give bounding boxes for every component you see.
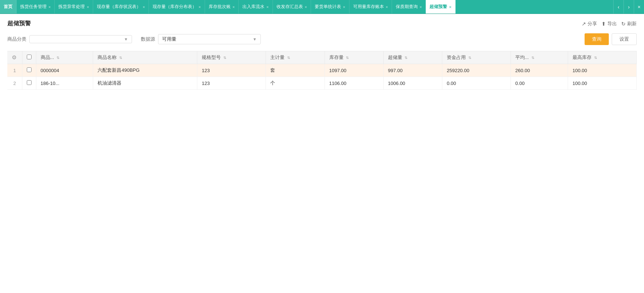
nav-arrow-left[interactable]: ‹	[613, 0, 623, 14]
nav-home[interactable]: 首页	[0, 0, 17, 14]
nav-tab-label: 收发存汇总表	[277, 4, 303, 10]
sort-overstock-icon: ⇅	[405, 56, 407, 60]
share-icon: ↗	[582, 21, 586, 27]
cell-product-code: 0000004	[36, 64, 93, 77]
datasource-label: 数据源	[141, 36, 155, 42]
col-product-code[interactable]: 商品... ⇅	[36, 51, 93, 64]
nav-tab-close-icon[interactable]: ×	[266, 5, 268, 9]
settings-button[interactable]: 设置	[612, 33, 637, 45]
nav-tab-close-icon[interactable]: ×	[449, 5, 451, 9]
category-dropdown-icon: ▼	[124, 37, 128, 41]
nav-tab-close-icon[interactable]: ×	[198, 5, 201, 9]
select-all-checkbox[interactable]	[27, 55, 32, 59]
nav-tab-label: 现存量（库存分布表）	[153, 4, 197, 10]
sort-product-name-icon: ⇅	[119, 56, 122, 60]
col-stock[interactable]: 库存量 ⇅	[325, 51, 383, 64]
page-header: 超储预警 ↗ 分享 ⬆ 导出 ↻ 刷新	[7, 20, 637, 27]
filter-buttons: 查询 设置	[585, 33, 637, 45]
nav-tab-拣货异常处理[interactable]: 拣货异常处理×	[55, 0, 93, 14]
nav-tab-要货单统计表[interactable]: 要货单统计表×	[311, 0, 349, 14]
nav-tab-label: 超储预警	[429, 4, 447, 10]
data-table: ⚙ 商品... ⇅ 商品名称 ⇅ 规格型号 ⇅ 主计量	[7, 51, 637, 90]
sort-capital-icon: ⇅	[468, 56, 471, 60]
nav-tab-label: 可用量库存账本	[353, 4, 384, 10]
sort-spec-icon: ⇅	[223, 56, 226, 60]
col-avg[interactable]: 平均... ⇅	[511, 51, 568, 64]
gear-icon[interactable]: ⚙	[12, 54, 17, 60]
nav-tab-close-icon[interactable]: ×	[343, 5, 345, 9]
nav-tab-拣货任务管理[interactable]: 拣货任务管理×	[17, 0, 55, 14]
cell-spec: 123	[197, 77, 266, 90]
sort-max-stock-icon: ⇅	[594, 56, 597, 60]
table-row: 2 186-10... 机油滤清器 123 个 1106.00 1006.00 …	[7, 77, 637, 90]
row-checkbox-cell[interactable]	[22, 77, 36, 90]
nav-arrow-right[interactable]: ›	[623, 0, 634, 14]
filter-datasource: 数据源 可用量 ▼	[141, 34, 261, 44]
datasource-value: 可用量	[162, 36, 176, 42]
nav-arrows: ‹ › ×	[613, 0, 644, 14]
nav-tab-close-icon[interactable]: ×	[305, 5, 307, 9]
filter-row: 商品分类 ▼ 数据源 可用量 ▼ 查询 设置	[7, 33, 637, 45]
sort-unit-icon: ⇅	[287, 56, 290, 60]
nav-tab-label: 拣货任务管理	[20, 4, 47, 10]
nav-tab-close-icon[interactable]: ×	[143, 5, 145, 9]
page-title: 超储预警	[7, 20, 31, 27]
sort-avg-icon: ⇅	[531, 56, 534, 60]
col-overstock[interactable]: 超储量 ⇅	[383, 51, 442, 64]
row-checkbox[interactable]	[27, 67, 32, 72]
nav-tab-label: 拣货异常处理	[58, 4, 85, 10]
cell-overstock: 997.00	[383, 64, 442, 77]
category-select[interactable]: ▼	[29, 35, 132, 43]
cell-capital: 0.00	[442, 77, 511, 90]
nav-tab-label: 库存批次账	[209, 4, 231, 10]
nav-tab-close-icon[interactable]: ×	[48, 5, 51, 9]
col-product-name[interactable]: 商品名称 ⇅	[93, 51, 197, 64]
sort-product-code-icon: ⇅	[56, 56, 59, 60]
nav-tab-现存量-库存分布表-[interactable]: 现存量（库存分布表）×	[149, 0, 205, 14]
nav-tab-现存量-库存状况表-[interactable]: 现存量（库存状况表）×	[93, 0, 149, 14]
nav-tab-出入库流水[interactable]: 出入库流水×	[239, 0, 272, 14]
col-capital[interactable]: 资金占用 ⇅	[442, 51, 511, 64]
row-checkbox-cell[interactable]	[22, 64, 36, 77]
datasource-select[interactable]: 可用量 ▼	[158, 34, 261, 44]
sort-stock-icon: ⇅	[346, 56, 349, 60]
col-max-stock[interactable]: 最高库存 ⇅	[568, 51, 637, 64]
cell-stock: 1106.00	[325, 77, 383, 90]
row-number: 1	[7, 64, 22, 77]
nav-tab-label: 现存量（库存状况表）	[97, 4, 141, 10]
nav-tab-保质期查询[interactable]: 保质期查询×	[392, 0, 426, 14]
nav-tab-close-icon[interactable]: ×	[386, 5, 388, 9]
nav-tab-label: 出入库流水	[242, 4, 264, 10]
export-icon: ⬆	[601, 21, 606, 27]
cell-stock: 1097.00	[325, 64, 383, 77]
nav-tab-可用量库存账本[interactable]: 可用量库存账本×	[350, 0, 392, 14]
cell-avg: 0.00	[511, 77, 568, 90]
table-row: 1 0000004 六配套新昌490BPG 123 套 1097.00 997.…	[7, 64, 637, 77]
nav-tab-收发存汇总表[interactable]: 收发存汇总表×	[273, 0, 311, 14]
query-button[interactable]: 查询	[585, 33, 609, 45]
nav-tab-close-icon[interactable]: ×	[87, 5, 89, 9]
cell-product-name: 机油滤清器	[93, 77, 197, 90]
refresh-icon: ↻	[621, 21, 626, 27]
nav-tab-label: 保质期查询	[396, 4, 418, 10]
cell-max-stock: 100.00	[568, 64, 637, 77]
refresh-button[interactable]: ↻ 刷新	[621, 21, 637, 27]
row-number: 2	[7, 77, 22, 90]
col-spec[interactable]: 规格型号 ⇅	[197, 51, 266, 64]
cell-product-code: 186-10...	[36, 77, 93, 90]
nav-arrow-close[interactable]: ×	[634, 0, 644, 14]
col-select-all[interactable]	[22, 51, 36, 64]
row-checkbox[interactable]	[27, 80, 32, 85]
nav-tab-库存批次账[interactable]: 库存批次账×	[205, 0, 239, 14]
page-content: 超储预警 ↗ 分享 ⬆ 导出 ↻ 刷新 商品分类 ▼ 数据源	[0, 14, 644, 293]
nav-tab-close-icon[interactable]: ×	[233, 5, 235, 9]
export-button[interactable]: ⬆ 导出	[601, 21, 617, 27]
nav-tab-label: 要货单统计表	[315, 4, 341, 10]
filter-category: 商品分类 ▼	[7, 35, 132, 43]
nav-tab-超储预警[interactable]: 超储预警×	[426, 0, 455, 14]
nav-tab-close-icon[interactable]: ×	[420, 5, 422, 9]
share-button[interactable]: ↗ 分享	[582, 21, 597, 27]
col-unit[interactable]: 主计量 ⇅	[266, 51, 325, 64]
cell-overstock: 1006.00	[383, 77, 442, 90]
col-gear: ⚙	[7, 51, 22, 64]
